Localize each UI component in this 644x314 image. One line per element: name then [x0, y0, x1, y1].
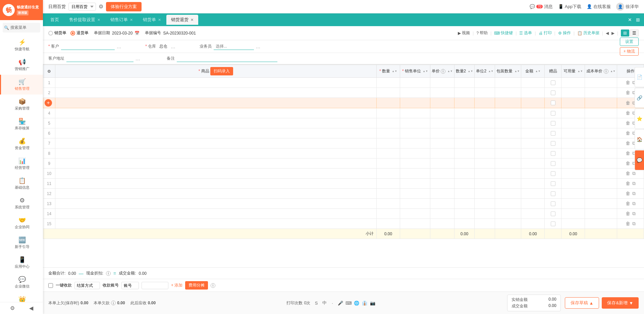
unit-cell[interactable] [400, 199, 430, 209]
unit2-cell[interactable] [475, 98, 495, 108]
delete-row-icon[interactable]: 🗑 [626, 221, 630, 227]
available-cell[interactable] [561, 189, 585, 199]
packqty-cell[interactable] [495, 128, 521, 138]
costprice-cell[interactable] [585, 159, 617, 169]
qty2-cell[interactable] [454, 169, 475, 179]
costprice-cell[interactable] [585, 148, 617, 159]
prev-nav-icon[interactable]: ◀ [606, 31, 609, 36]
amount-cell[interactable] [521, 199, 545, 209]
qty-cell[interactable] [377, 209, 400, 219]
goods-input[interactable] [57, 111, 375, 116]
unit2-cell[interactable] [475, 179, 495, 189]
copy-row-icon[interactable]: ⧉ [632, 221, 636, 227]
goods-input[interactable] [57, 141, 375, 146]
qty-cell[interactable] [377, 189, 400, 199]
gift-cell[interactable] [545, 189, 561, 199]
online-support-item[interactable]: 👤 在线客服 [587, 4, 611, 10]
qty-cell[interactable] [377, 179, 400, 189]
account-select[interactable]: 账号 [121, 282, 139, 289]
price-cell[interactable] [430, 98, 454, 108]
goods-cell[interactable] [55, 98, 377, 108]
goods-input[interactable] [57, 161, 375, 166]
available-cell[interactable] [561, 219, 585, 229]
packqty-sort-icon[interactable]: ▲▼ [515, 70, 520, 73]
unit2-cell[interactable] [475, 209, 495, 219]
save-new-button[interactable]: 保存&新增 ▼ [602, 297, 639, 309]
copy-row-icon[interactable]: ⧉ [632, 171, 636, 176]
tab-close-sales-delivery[interactable]: ✕ [158, 18, 161, 22]
next-nav-icon[interactable]: ▶ [611, 31, 614, 36]
qty2-cell[interactable] [454, 108, 475, 118]
price-cell[interactable] [430, 169, 454, 179]
unit-cell[interactable] [400, 108, 430, 118]
gift-cell[interactable] [545, 169, 561, 179]
gift-cell[interactable] [545, 159, 561, 169]
sidebar-item-inventory[interactable]: 🏪 库存核算 [0, 114, 43, 134]
available-cell[interactable] [561, 179, 585, 189]
radio-return[interactable]: 退货单 [70, 30, 89, 36]
right-panel-btn-1[interactable]: 📄 [635, 67, 644, 87]
qty-cell[interactable] [377, 159, 400, 169]
topbar-settings-icon[interactable]: ⚙ [99, 3, 103, 10]
unit2-cell[interactable] [475, 78, 495, 88]
user-info-item[interactable]: 👤 徐泽华 [616, 3, 639, 11]
gift-cell[interactable] [545, 209, 561, 219]
expand-tab-button[interactable]: ⊞ [635, 16, 641, 24]
qty2-cell[interactable] [454, 118, 475, 128]
category-select[interactable]: 日用百货 [68, 3, 96, 11]
qty2-cell[interactable] [454, 179, 475, 189]
shortcut-action[interactable]: ⌨ 快捷键 [494, 30, 513, 36]
add-row-button[interactable]: + [45, 99, 52, 107]
qty2-cell[interactable] [454, 88, 475, 98]
goods-cell[interactable] [55, 138, 377, 148]
unit-cell[interactable] [400, 128, 430, 138]
grid-view-button[interactable]: ⊞ [621, 29, 629, 37]
amount-cell[interactable] [521, 78, 545, 88]
unit-cell[interactable] [400, 189, 430, 199]
close-tab-button[interactable]: ✕ [627, 16, 633, 24]
qty-cell[interactable] [377, 199, 400, 209]
gift-checkbox[interactable] [551, 161, 555, 166]
available-sort-icon[interactable]: ▲▼ [578, 70, 583, 73]
price-cell[interactable] [430, 219, 454, 229]
delete-row-icon[interactable]: 🗑 [626, 100, 630, 106]
available-cell[interactable] [561, 159, 585, 169]
delete-row-icon[interactable]: 🗑 [626, 140, 630, 146]
sidebar-item-appcenter[interactable]: 📱 应用中心 [0, 253, 43, 272]
logistics-button[interactable]: + 物流 [620, 47, 639, 56]
goods-input[interactable] [57, 151, 375, 156]
price-info-icon[interactable]: ℹ [441, 69, 445, 74]
packqty-cell[interactable] [495, 209, 521, 219]
gift-cell[interactable] [545, 128, 561, 138]
settings-icon[interactable]: ⚙ [10, 305, 15, 311]
notification-item[interactable]: 💬 70 消息 [530, 4, 553, 10]
gift-checkbox[interactable] [551, 80, 555, 85]
available-cell[interactable] [561, 118, 585, 128]
qty2-cell[interactable] [454, 219, 475, 229]
add-item-button[interactable]: + 添加 [171, 282, 182, 288]
qty-cell[interactable] [377, 219, 400, 229]
packqty-cell[interactable] [495, 98, 521, 108]
goods-input[interactable] [57, 211, 375, 216]
packqty-cell[interactable] [495, 159, 521, 169]
costprice-cell[interactable] [585, 179, 617, 189]
goods-input[interactable] [57, 221, 375, 226]
price-cell[interactable] [430, 179, 454, 189]
unit-cell[interactable] [400, 209, 430, 219]
packqty-cell[interactable] [495, 78, 521, 88]
col-settings-icon[interactable]: ⚙ [47, 69, 51, 74]
packqty-cell[interactable] [495, 199, 521, 209]
operate-action[interactable]: ⚙ 操作 [558, 30, 571, 36]
right-panel-btn-2[interactable]: 🔗 [635, 88, 644, 108]
qty-cell[interactable] [377, 128, 400, 138]
available-cell[interactable] [561, 138, 585, 148]
qty2-cell[interactable] [454, 159, 475, 169]
amount-cell[interactable] [521, 219, 545, 229]
this-once-info[interactable]: ℹ [111, 301, 116, 305]
qty-cell[interactable] [377, 98, 400, 108]
amount-cell[interactable] [521, 138, 545, 148]
remark-input[interactable] [177, 55, 277, 62]
price-cell[interactable] [430, 209, 454, 219]
goods-input[interactable] [57, 191, 375, 196]
search-menu-button[interactable]: 🔍 搜索菜单 [3, 23, 40, 33]
